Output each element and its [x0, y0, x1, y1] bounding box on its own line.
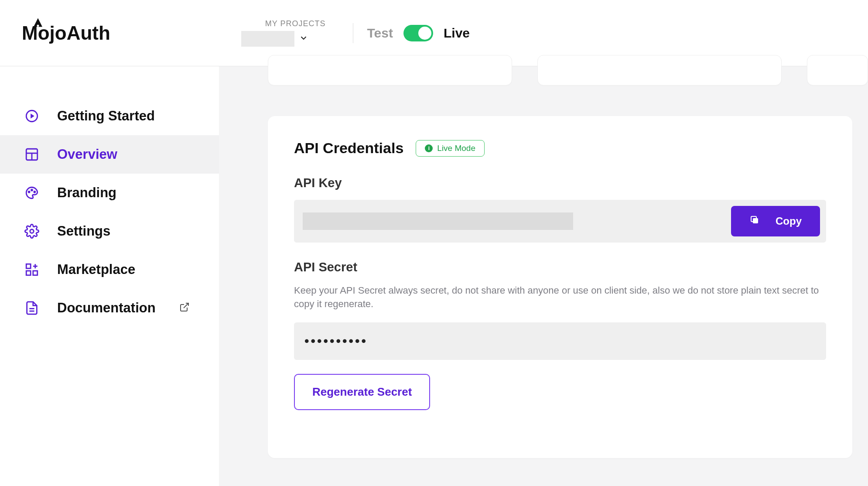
project-name-placeholder	[241, 31, 294, 47]
svg-point-6	[28, 191, 30, 192]
brand-logo: MojoAuth	[22, 22, 110, 44]
environment-toggle: Test Live	[367, 25, 470, 41]
api-secret-value: ••••••••••	[294, 322, 826, 360]
api-credentials-panel: API Credentials i Live Mode API Key Copy	[268, 116, 852, 458]
sidebar-item-label: Marketplace	[57, 262, 135, 277]
regenerate-button-label: Regenerate Secret	[312, 385, 412, 398]
panel-title: API Credentials	[294, 140, 403, 157]
api-key-label: API Key	[294, 176, 826, 190]
env-toggle-switch[interactable]	[403, 25, 433, 41]
svg-point-7	[31, 189, 33, 191]
svg-rect-10	[26, 264, 31, 268]
palette-icon	[24, 185, 40, 201]
wizard-hat-icon	[31, 13, 44, 34]
toggle-knob	[418, 27, 431, 40]
summary-cards-row	[219, 66, 868, 88]
svg-line-17	[184, 303, 188, 308]
svg-rect-18	[753, 218, 758, 223]
external-link-icon	[179, 300, 190, 316]
svg-marker-2	[31, 113, 34, 118]
svg-point-0	[37, 24, 39, 27]
projects-label: MY PROJECTS	[241, 19, 326, 28]
main-content: API Credentials i Live Mode API Key Copy	[219, 66, 868, 486]
sidebar-item-label: Getting Started	[57, 108, 155, 124]
sidebar-item-label: Documentation	[57, 300, 156, 316]
api-key-value-redacted	[303, 212, 573, 230]
summary-card	[537, 55, 782, 86]
api-secret-field: API Secret Keep your API Secret always s…	[294, 260, 826, 410]
api-key-field: API Key Copy	[294, 176, 826, 243]
sidebar-item-label: Overview	[57, 147, 117, 162]
sidebar-item-branding[interactable]: Branding	[0, 174, 219, 212]
sidebar-item-marketplace[interactable]: Marketplace	[0, 250, 219, 289]
copy-api-key-button[interactable]: Copy	[731, 206, 820, 236]
svg-point-8	[34, 191, 35, 192]
sidebar-item-getting-started[interactable]: Getting Started	[0, 97, 219, 135]
sidebar-item-label: Branding	[57, 185, 116, 201]
gear-icon	[24, 223, 40, 239]
svg-point-9	[30, 229, 34, 233]
mode-badge-label: Live Mode	[437, 144, 475, 153]
play-circle-icon	[24, 108, 40, 124]
env-test-label: Test	[367, 26, 393, 41]
svg-rect-12	[26, 271, 31, 275]
sidebar-item-documentation[interactable]: Documentation	[0, 289, 219, 327]
summary-card	[807, 55, 868, 86]
document-icon	[24, 300, 40, 316]
sidebar-item-settings[interactable]: Settings	[0, 212, 219, 250]
sidebar-item-overview[interactable]: Overview	[0, 135, 219, 174]
sidebar: Getting Started Overview Branding Settin…	[0, 66, 219, 486]
projects-dropdown[interactable]: MY PROJECTS	[241, 19, 326, 47]
env-live-label: Live	[444, 26, 470, 41]
info-icon: i	[425, 144, 433, 152]
divider	[353, 23, 353, 43]
chevron-down-icon	[299, 33, 308, 44]
mode-badge: i Live Mode	[416, 140, 485, 157]
apps-icon	[24, 262, 40, 277]
summary-card	[268, 55, 512, 86]
copy-icon	[749, 215, 760, 228]
svg-rect-11	[33, 271, 38, 275]
api-secret-help: Keep your API Secret always secret, do n…	[294, 284, 826, 311]
api-key-row: Copy	[294, 200, 826, 243]
dashboard-icon	[24, 147, 40, 162]
copy-button-label: Copy	[776, 215, 802, 227]
api-secret-label: API Secret	[294, 260, 826, 274]
sidebar-item-label: Settings	[57, 223, 110, 239]
regenerate-secret-button[interactable]: Regenerate Secret	[294, 374, 430, 410]
